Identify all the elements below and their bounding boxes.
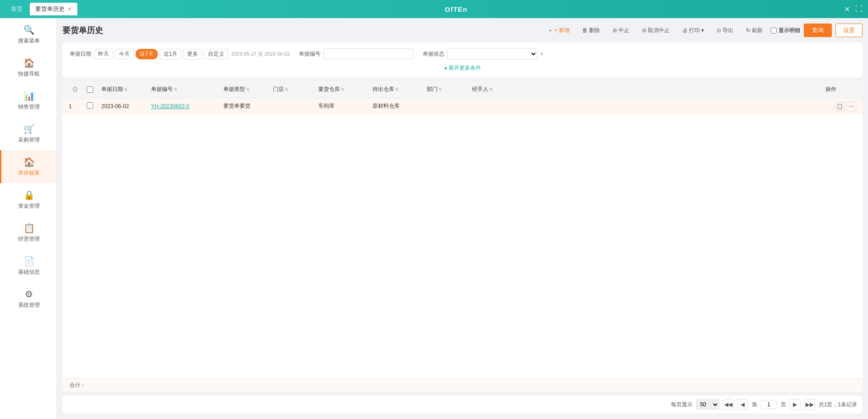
pagination-bar: 每页显示 50 10 20 100 ◀◀ ◀ 第 页 ▶ ▶▶ 共1页，1条记录 (62, 395, 863, 414)
row-warehouse: 车间库 (316, 102, 370, 110)
date-btn-today[interactable]: 今天 (115, 49, 134, 59)
sidebar-item-quick-nav[interactable]: 🏠 快捷导航 (0, 51, 57, 84)
delete-icon: 🗑 (582, 27, 588, 33)
refresh-button[interactable]: ↻ 刷新 (741, 24, 767, 37)
doc-no-label: 单据编号 (299, 50, 321, 58)
expand-filter-button[interactable]: ▾ 展开更多条件 (444, 64, 481, 72)
row-pending: 原材料仓库 (370, 102, 424, 110)
close-window-icon[interactable]: ✕ (844, 5, 850, 14)
page-title-bar: 要货单历史 ＋ + 新增 🗑 删除 ⊘ 中止 ⊘ 取消中止 (62, 24, 863, 39)
show-detail-checkbox[interactable] (771, 28, 777, 33)
next-page-button[interactable]: ▶ (790, 399, 801, 410)
sort-num-icon[interactable]: ⇅ (174, 87, 177, 92)
new-button[interactable]: ＋ + 新增 (543, 24, 574, 37)
th-pending: 待出仓库 ⇅ (370, 86, 424, 93)
sort-shop-icon[interactable]: ⇅ (285, 87, 288, 92)
status-label: 单据状态 (423, 50, 444, 58)
row-num[interactable]: YH-20230602-0 (148, 103, 221, 110)
sidebar-item-operations[interactable]: 📋 经营管理 (0, 216, 57, 249)
page-size-select[interactable]: 50 10 20 100 (696, 400, 719, 409)
table-footer: 合计： (62, 378, 863, 392)
th-dept: 部门 ⇅ (424, 86, 469, 93)
th-num: 单据编号 ⇅ (148, 86, 221, 93)
sort-date-icon[interactable]: ⇅ (124, 87, 127, 92)
gear-icon: ⚙ (25, 289, 33, 300)
date-btn-7days[interactable]: 近7天 (136, 49, 158, 59)
table-header: ⚙ 单据日期 ⇅ 单据编号 ⇅ 单据类型 ⇅ 门店 (62, 81, 863, 98)
cancel-icon: ⊘ (642, 27, 646, 33)
doc-no-filter: 单据编号 (299, 48, 414, 59)
date-range-display: 2023-05-27 至 2023-06-02 (231, 51, 290, 57)
fullscreen-icon[interactable]: ⛶ (855, 5, 863, 13)
th-handler: 经手人 ⇅ (469, 86, 524, 93)
tab-home[interactable]: 首页 (5, 3, 28, 15)
sidebar-item-search[interactable]: 🔍 搜索菜单 (0, 18, 57, 51)
prev-page-button[interactable]: ◀ (737, 399, 748, 410)
print-dropdown-icon: ▾ (701, 27, 704, 33)
table-row: 1 2023-06-02 YH-20230602-0 要货单要货 车间库 原材料… (62, 98, 863, 114)
top-bar: 首页 要货单历史 ✕ OfTEn ✕ ⛶ (0, 0, 868, 18)
th-shop: 门店 ⇅ (270, 86, 316, 93)
status-select[interactable] (447, 48, 538, 60)
expand-icon: ▾ (444, 65, 447, 71)
close-tab-icon[interactable]: ✕ (67, 6, 72, 12)
last-page-button[interactable]: ▶▶ (804, 399, 815, 410)
th-settings: ⚙ (66, 82, 84, 97)
sort-dept-icon[interactable]: ⇅ (439, 87, 442, 92)
sort-type-icon[interactable]: ⇅ (246, 87, 250, 92)
page-input[interactable] (761, 400, 777, 409)
stop-icon: ⊘ (613, 27, 617, 33)
sidebar-item-finance[interactable]: 🔒 资金管理 (0, 183, 57, 216)
date-btn-more[interactable]: 更多 (183, 49, 202, 59)
first-page-button[interactable]: ◀◀ (723, 399, 734, 410)
stop-button[interactable]: ⊘ 中止 (608, 24, 634, 37)
select-all-checkbox[interactable] (87, 86, 93, 93)
lock-icon: 🔒 (24, 190, 35, 200)
view-action-icon[interactable]: 📋 (835, 101, 844, 111)
row-checkbox[interactable] (87, 102, 93, 109)
sort-handler-icon[interactable]: ⇅ (489, 87, 493, 92)
column-settings-icon[interactable]: ⚙ (69, 82, 81, 97)
date-filter-label: 单据日期 (70, 50, 91, 58)
sort-pending-icon[interactable]: ⇅ (395, 87, 399, 92)
date-btn-yesterday[interactable]: 昨天 (94, 49, 113, 59)
tab-requisition-history[interactable]: 要货单历史 ✕ (30, 3, 77, 15)
settings-button[interactable]: 设置 (835, 24, 863, 37)
row-action: 📋 ⋯ (823, 101, 859, 111)
sidebar-item-system[interactable]: ⚙ 系统管理 (0, 282, 57, 315)
sidebar-item-purchase[interactable]: 🛒 采购管理 (0, 117, 57, 150)
sidebar-item-inventory[interactable]: 🏠 库存核算 (0, 150, 57, 183)
query-button[interactable]: 查询 (804, 24, 832, 37)
chart-icon: 📊 (24, 90, 35, 101)
sidebar-item-sales[interactable]: 📊 销售管理 (0, 84, 57, 117)
search-icon: 🔍 (24, 24, 35, 35)
export-button[interactable]: ⊙ 导出 (712, 24, 738, 37)
table-body: 1 2023-06-02 YH-20230602-0 要货单要货 车间库 原材料… (62, 98, 863, 378)
home-icon: 🏠 (24, 57, 35, 68)
page-size-label: 每页显示 (671, 401, 693, 409)
page-goto-prefix: 第 (752, 401, 757, 409)
edit-action-icon[interactable]: ⋯ (846, 101, 856, 111)
page-title: 要货单历史 (62, 25, 103, 36)
delete-button[interactable]: 🗑 删除 (578, 24, 604, 37)
clipboard-icon: 📋 (24, 223, 35, 233)
row-date: 2023-06-02 (99, 103, 148, 110)
expand-row: ▾ 展开更多条件 (70, 64, 855, 72)
date-filter: 单据日期 昨天 今天 近7天 近1月 更多 自定义 2023-05-27 至 2… (70, 49, 290, 59)
document-icon: 📄 (24, 256, 35, 267)
print-button[interactable]: 🖨 打印 ▾ (678, 24, 708, 37)
status-dropdown-icon: ▾ (540, 51, 543, 57)
show-detail-toggle[interactable]: 显示明细 (771, 27, 800, 34)
summary-label: 合计： (70, 381, 86, 389)
sort-warehouse-icon[interactable]: ⇅ (341, 87, 344, 92)
filter-area: 单据日期 昨天 今天 近7天 近1月 更多 自定义 2023-05-27 至 2… (62, 43, 863, 77)
date-btn-1month[interactable]: 近1月 (160, 49, 182, 59)
sidebar-item-basic-info[interactable]: 📄 基础信息 (0, 249, 57, 282)
doc-no-input[interactable] (323, 48, 414, 59)
table-area: ⚙ 单据日期 ⇅ 单据编号 ⇅ 单据类型 ⇅ 门店 (62, 81, 863, 392)
cancel-stop-button[interactable]: ⊘ 取消中止 (637, 24, 674, 37)
refresh-icon: ↻ (746, 27, 750, 33)
date-btn-custom[interactable]: 自定义 (204, 49, 228, 59)
th-date: 单据日期 ⇅ (99, 86, 148, 93)
filter-row-1: 单据日期 昨天 今天 近7天 近1月 更多 自定义 2023-05-27 至 2… (70, 48, 855, 60)
